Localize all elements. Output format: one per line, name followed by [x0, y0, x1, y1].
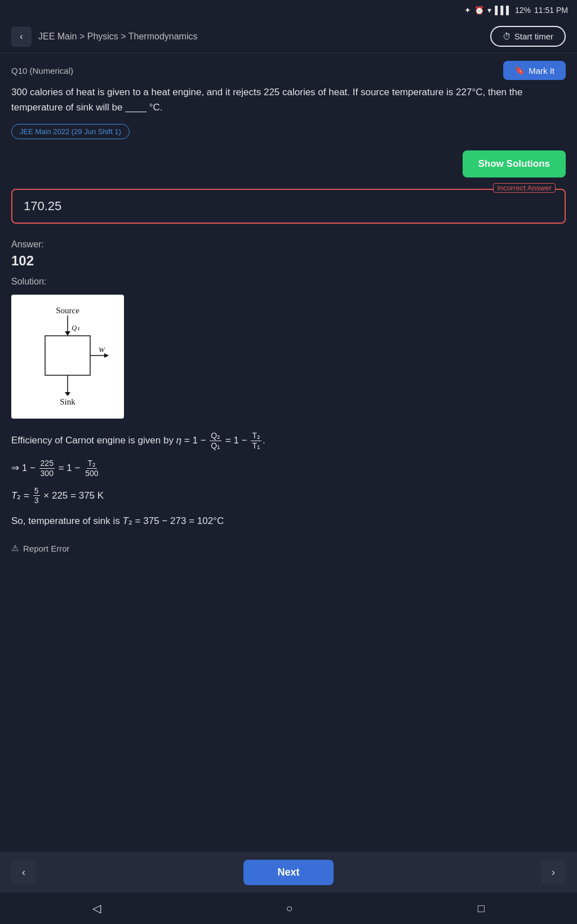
answer-input-value: 170.25 [24, 199, 553, 214]
report-error-label: Report Error [23, 544, 70, 553]
back-button[interactable]: ‹ [11, 26, 32, 47]
prev-icon: ‹ [22, 867, 25, 878]
efficiency-formula: Efficiency of Carnot engine is given by … [11, 431, 566, 451]
solution-label: Solution: [11, 277, 566, 287]
question-type: Q10 (Numerical) [11, 66, 73, 75]
svg-text:Sink: Sink [60, 397, 76, 406]
svg-text:Q₁: Q₁ [72, 323, 80, 332]
bottom-nav: ‹ Next › [0, 852, 577, 892]
android-nav-bar: ◁ ○ □ [0, 892, 577, 924]
svg-marker-6 [104, 353, 109, 358]
wifi-icon: ▾ [487, 6, 491, 15]
svg-marker-9 [65, 392, 70, 396]
answer-value: 102 [11, 253, 566, 269]
mark-row: Q10 (Numerical) 🔖 Mark It [0, 53, 577, 85]
mark-it-label: Mark It [529, 66, 554, 75]
5-3-frac: 5 3 [33, 486, 40, 506]
bluetooth-icon: ✦ [464, 6, 471, 15]
question-tag: JEE Main 2022 (29 Jun Shift 1) [11, 124, 130, 139]
step3-calculation: So, temperature of sink is T₂ = 375 − 27… [11, 513, 566, 530]
q2-q1-frac: Q₂ Q₁ [210, 431, 221, 451]
android-recents-button[interactable]: □ [478, 902, 485, 915]
question-text: 300 calories of heat is given to a heat … [11, 85, 566, 115]
start-timer-button[interactable]: ⏱ Start timer [490, 26, 566, 47]
mark-it-button[interactable]: 🔖 Mark It [503, 61, 566, 80]
diagram-container: Source Q₁ W Sink [11, 295, 124, 419]
svg-text:Source: Source [56, 306, 79, 315]
answer-input-container: Incorrect Answer 170.25 [11, 189, 566, 224]
show-solutions-button[interactable]: Show Solutions [463, 150, 566, 177]
timer-icon: ⏱ [503, 32, 511, 41]
report-error-button[interactable]: ⚠ Report Error [11, 543, 566, 553]
main-content: 300 calories of heat is given to a heat … [0, 85, 577, 587]
battery-text: 12% [515, 6, 531, 15]
alarm-icon: ⏰ [474, 6, 484, 15]
svg-rect-4 [45, 336, 90, 375]
svg-text:W: W [99, 345, 105, 354]
225-300-frac: 225 300 [39, 459, 55, 478]
answer-label: Answer: [11, 239, 566, 250]
t2-t1-frac: T₂ T₁ [251, 431, 261, 451]
breadcrumb: JEE Main > Physics > Thermodynamics [38, 32, 197, 42]
incorrect-answer-label: Incorrect Answer [493, 183, 556, 193]
start-timer-label: Start timer [514, 32, 553, 41]
android-back-button[interactable]: ◁ [92, 901, 101, 915]
step2-calculation: T₂ = 5 3 × 225 = 375 K [11, 486, 566, 506]
t2-500-frac: T₂ 500 [84, 459, 99, 478]
header: ‹ JEE Main > Physics > Thermodynamics ⏱ … [0, 20, 577, 53]
back-icon: ‹ [20, 32, 23, 42]
next-button[interactable]: Next [243, 860, 333, 885]
step1-calculation: ⇒ 1 − 225 300 = 1 − T₂ 500 [11, 459, 566, 478]
bookmark-icon: 🔖 [514, 65, 525, 75]
time-display: 11:51 PM [534, 6, 568, 15]
status-bar: ✦ ⏰ ▾ ▌▌▌ 12% 11:51 PM [0, 0, 577, 20]
answer-section: Answer: 102 Solution: [11, 239, 566, 287]
warning-icon: ⚠ [11, 543, 19, 553]
carnot-diagram: Source Q₁ W Sink [20, 303, 116, 410]
android-home-button[interactable]: ○ [286, 902, 292, 915]
signal-icon: ▌▌▌ [495, 6, 512, 15]
svg-marker-2 [65, 331, 70, 336]
next-arrow-icon: › [552, 867, 555, 878]
next-arrow-button[interactable]: › [541, 860, 566, 885]
prev-button[interactable]: ‹ [11, 860, 36, 885]
header-left: ‹ JEE Main > Physics > Thermodynamics [11, 26, 197, 47]
